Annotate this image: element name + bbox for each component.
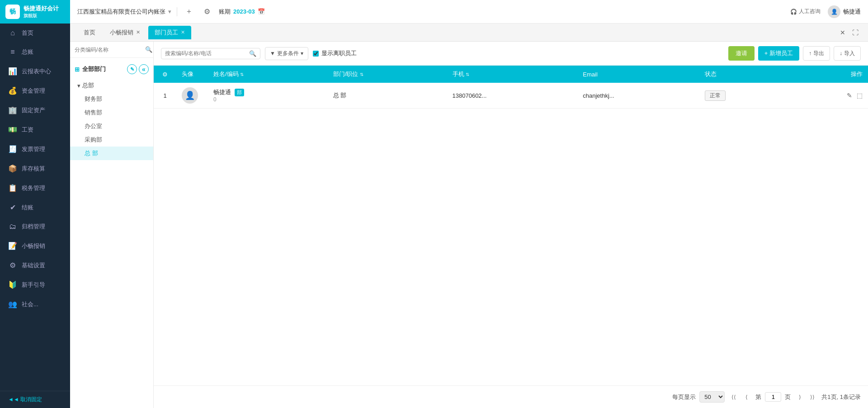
sidebar-item-salary[interactable]: 💵 工资 [0,120,70,139]
salary-icon: 💵 [8,125,17,134]
sidebar-item-tax[interactable]: 📋 税务管理 [0,178,70,198]
col-status: 状态 [699,66,791,83]
dept-all-label[interactable]: 全部部门 [82,65,106,73]
company-name: 江西服宝精品有限责任公司内账张 [77,8,165,16]
row-index: 1 [154,83,176,109]
dept-search-input[interactable] [75,47,142,53]
row-action-icons: ✎ ⬚ [796,92,863,99]
col-phone[interactable]: 手机 ⇅ [447,66,578,83]
sidebar-item-archive[interactable]: 🗂 归档管理 [0,217,70,236]
col-settings[interactable]: ⚙ [154,66,176,83]
emp-avatar: 👤 [182,87,198,104]
tab-expense-close[interactable]: ✕ [136,29,140,35]
last-page-button[interactable]: ⟩⟩ [807,392,818,403]
col-actions: 操作 [791,66,868,83]
invite-button[interactable]: 邀请 [728,46,755,61]
company-dropdown-icon: ▾ [168,8,171,15]
sidebar-pin-toggle[interactable]: ◄◄ 取消固定 [0,391,70,408]
emp-table-header: ⚙ 头像 姓名/编码 ⇅ 部门/职位 ⇅ [154,66,868,83]
user-avatar: 👤 [828,5,840,18]
status-badge: 正常 [705,90,726,101]
row-dept-cell: 总 部 [328,83,447,109]
company-selector[interactable]: 江西服宝精品有限责任公司内账张 ▾ [77,8,171,16]
sidebar-item-home[interactable]: ⌂ 首页 [0,24,70,43]
sidebar-item-finance[interactable]: 💰 资金管理 [0,81,70,100]
tab-expense-label: 小畅报销 [110,28,133,37]
sidebar-item-expense[interactable]: 📝 小畅报销 [0,236,70,256]
col-name[interactable]: 姓名/编码 ⇅ [208,66,328,83]
inventory-icon: 📦 [8,164,17,173]
dept-child-finance[interactable]: 财务部 [70,92,153,106]
dept-search-icon[interactable]: 🔍 [145,46,152,53]
first-page-button[interactable]: ⟨⟨ [728,392,739,403]
sidebar-item-guide[interactable]: 🔰 新手引导 [0,275,70,294]
dept-sort-icon: ⇅ [360,72,363,77]
add-employee-button[interactable]: + 新增员工 [758,46,799,61]
tab-department[interactable]: 部门员工 ✕ [148,26,191,39]
employee-panel: 🔍 ▼ 更多条件 ▾ 显示离职员工 邀请 + 新增员工 ↑ 导出 [154,42,868,408]
dept-add-icon[interactable]: ✎ [127,64,137,74]
sidebar-item-social[interactable]: 👥 社会... [0,294,70,314]
user-menu[interactable]: 👤 畅捷通 [828,5,861,18]
emp-table-body: 1 👤 畅捷通 部 0 [154,83,868,109]
show-resigned-checkbox[interactable]: 显示离职员工 [313,49,357,57]
page-suffix: 页 [785,393,791,401]
page-input[interactable] [765,392,781,402]
sidebar-item-close[interactable]: ✔ 结账 [0,198,70,217]
sidebar-item-expense-label: 小畅报销 [22,242,45,250]
dept-expand-icon: ▾ [77,82,80,89]
tabs-actions: ✕ ⛶ [837,27,861,38]
tab-expense[interactable]: 小畅报销 ✕ [104,26,146,39]
tab-home[interactable]: 首页 [77,26,102,39]
tab-department-close[interactable]: ✕ [181,29,185,35]
phone-sort-icon: ⇅ [466,72,469,77]
show-resigned-input[interactable] [313,51,319,57]
next-page-button[interactable]: ⟩ [794,392,805,403]
dept-child-sales[interactable]: 销售部 [70,106,153,119]
name-sort-icon: ⇅ [240,72,244,77]
emp-table-wrapper: ⚙ 头像 姓名/编码 ⇅ 部门/职位 ⇅ [154,66,868,385]
dept-child-purchase[interactable]: 采购部 [70,133,153,147]
sidebar-item-assets[interactable]: 🏢 固定资产 [0,100,70,120]
filter-icon: ▼ [270,50,275,57]
sidebar-logo: 畅 畅捷通好会计 旗舰版 [0,0,70,24]
prev-page-button[interactable]: ⟨ [741,392,752,403]
sidebar-item-inventory-label: 库存核算 [22,165,45,173]
total-records: 共1页, 1条记录 [821,393,861,401]
sidebar-item-salary-label: 工资 [22,126,33,134]
tab-close-all-button[interactable]: ✕ [837,27,848,38]
sidebar-item-reports[interactable]: 📊 云报表中心 [0,62,70,81]
emp-search-input[interactable] [165,50,246,57]
settings-button[interactable]: ⚙ [201,5,213,18]
export-button[interactable]: ↑ 导出 [803,46,830,61]
dept-parent-headquarters[interactable]: ▾ 总部 [70,79,153,92]
col-dept[interactable]: 部门/职位 ⇅ [328,66,447,83]
emp-table: ⚙ 头像 姓名/编码 ⇅ 部门/职位 ⇅ [154,66,868,109]
tabs-bar: 首页 小畅报销 ✕ 部门员工 ✕ ✕ ⛶ [70,24,868,42]
page-nav: ⟨⟨ ⟨ 第 页 ⟩ ⟩⟩ [728,392,818,403]
sidebar-item-ledger[interactable]: ≡ 总账 [0,43,70,62]
dept-child-general[interactable]: 总 部 [70,147,153,160]
import-button[interactable]: ↓ 导入 [834,46,861,61]
row-avatar-cell: 👤 [176,83,208,109]
sidebar-item-settings[interactable]: ⚙ 基础设置 [0,256,70,275]
sidebar-item-home-label: 首页 [22,29,33,37]
emp-search-icon[interactable]: 🔍 [249,50,256,57]
reports-icon: 📊 [8,67,17,76]
sidebar-item-inventory[interactable]: 📦 库存核算 [0,159,70,178]
sidebar-item-invoice[interactable]: 🧾 发票管理 [0,139,70,159]
per-page-select[interactable]: 50 10 20 100 [699,391,725,403]
filter-button[interactable]: ▼ 更多条件 ▾ [265,47,308,60]
dept-search-bar: 🔍 [70,42,153,58]
logout-icon[interactable]: ⬚ [857,92,863,99]
dept-collapse-icon[interactable]: « [139,64,149,74]
headset-icon: 🎧 [790,9,797,15]
sidebar-item-settings-label: 基础设置 [22,261,45,270]
add-account-button[interactable]: ＋ [183,5,195,18]
tab-expand-button[interactable]: ⛶ [850,27,861,38]
dept-child-office[interactable]: 办公室 [70,119,153,133]
calendar-icon[interactable]: 📅 [258,8,265,15]
dept-group-headquarters: ▾ 总部 财务部 销售部 办公室 采购部 总 部 [70,77,153,162]
support-button[interactable]: 🎧 人工咨询 [790,8,821,15]
edit-icon[interactable]: ✎ [847,92,852,99]
